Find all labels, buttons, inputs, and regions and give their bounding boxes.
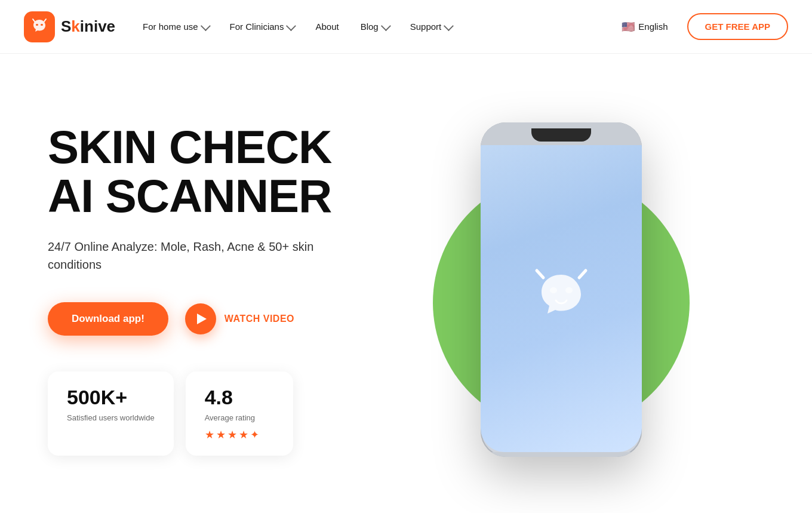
star-3: ★ xyxy=(227,428,237,441)
nav-for-clinicians[interactable]: For Clinicians xyxy=(220,17,304,36)
nav-for-home-use[interactable]: For home use xyxy=(133,17,218,36)
logo-icon xyxy=(24,11,55,42)
hero-subtitle: 24/7 Online Analyze: Mole, Rash, Acne & … xyxy=(48,238,334,274)
hero-actions: Download app! WATCH VIDEO xyxy=(48,302,406,336)
phone-notch xyxy=(531,128,591,142)
hero-phone xyxy=(406,96,716,484)
chevron-down-icon xyxy=(286,21,296,31)
nav-about[interactable]: About xyxy=(306,17,348,36)
play-triangle-icon xyxy=(197,314,207,324)
stat-rating-value: 4.8 xyxy=(205,386,274,409)
phone-screen xyxy=(481,145,642,452)
star-4: ★ xyxy=(239,428,248,441)
logo[interactable]: Skinive xyxy=(24,11,115,42)
stat-rating-label: Average rating xyxy=(205,413,274,423)
stat-card-users: 500K+ Satisfied users worldwide xyxy=(48,371,174,456)
hero-title: SKIN CHECK AI SCANNER xyxy=(48,123,406,221)
nav-blog[interactable]: Blog xyxy=(351,17,398,36)
phone-bottom-bar xyxy=(481,452,642,457)
navbar: Skinive For home use For Clinicians Abou… xyxy=(0,0,812,54)
download-app-button[interactable]: Download app! xyxy=(48,302,168,336)
chevron-down-icon xyxy=(381,21,391,31)
hero-content: SKIN CHECK AI SCANNER 24/7 Online Analyz… xyxy=(48,123,406,456)
stat-users-count: 500K+ xyxy=(67,386,155,409)
flag-icon: 🇺🇸 xyxy=(622,20,635,33)
phone-top-bar xyxy=(481,122,642,145)
hero-section: SKIN CHECK AI SCANNER 24/7 Online Analyz… xyxy=(0,54,812,513)
star-half: ✦ xyxy=(250,428,259,441)
rating-stars: ★ ★ ★ ★ ✦ xyxy=(205,428,274,441)
nav-support[interactable]: Support xyxy=(401,17,462,36)
chevron-down-icon xyxy=(444,21,454,31)
phone-mockup xyxy=(481,122,642,457)
star-2: ★ xyxy=(216,428,226,441)
stat-card-rating: 4.8 Average rating ★ ★ ★ ★ ✦ xyxy=(186,371,293,456)
watch-video-label: WATCH VIDEO xyxy=(224,314,294,324)
get-free-app-button[interactable]: GET FREE APP xyxy=(687,13,788,40)
logo-text: Skinive xyxy=(61,17,115,36)
hero-stats: 500K+ Satisfied users worldwide 4.8 Aver… xyxy=(48,371,406,456)
stat-users-label: Satisfied users worldwide xyxy=(67,413,155,423)
nav-language[interactable]: 🇺🇸 English xyxy=(613,16,679,38)
watch-video-button[interactable]: WATCH VIDEO xyxy=(185,303,294,334)
play-button-icon[interactable] xyxy=(185,303,216,334)
app-screen-logo xyxy=(525,263,597,334)
nav-items: For home use For Clinicians About Blog S… xyxy=(133,17,613,36)
chevron-down-icon xyxy=(201,21,211,31)
star-1: ★ xyxy=(205,428,214,441)
